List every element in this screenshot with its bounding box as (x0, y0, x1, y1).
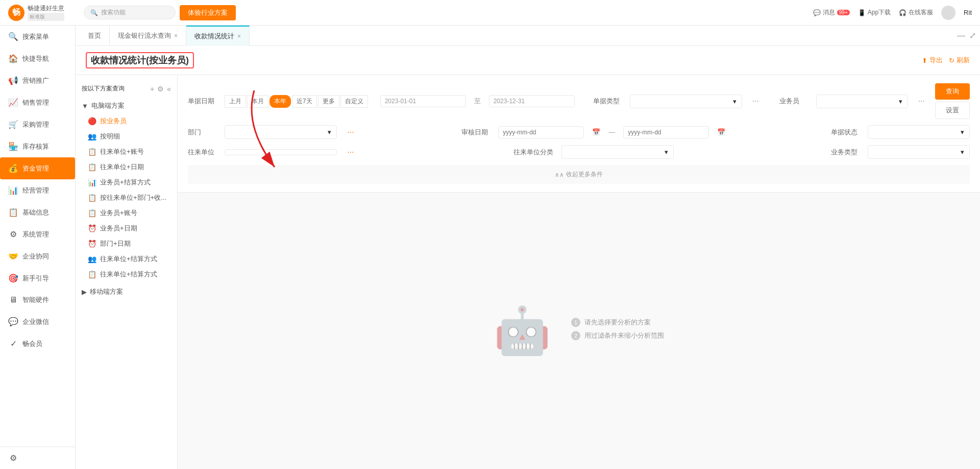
sidebar-item-wechat[interactable]: 💬 企业微信 (0, 311, 75, 333)
bill-status-label: 单据状态 (831, 128, 860, 137)
scheme-item-counterpart-settle1[interactable]: 👥 往来单位+结算方式 (76, 251, 177, 267)
scheme-item-salesman-date[interactable]: ⏰ 业务员+日期 (76, 221, 177, 236)
scheme-item-salesman-label: 按业务员 (100, 116, 127, 126)
messages-btn[interactable]: 💬 消息 99+ (813, 8, 850, 17)
chevron-right-icon: ▶ (82, 288, 87, 296)
sidebar-item-guide[interactable]: 🎯 新手引导 (0, 267, 75, 289)
marketing-icon: 📢 (8, 76, 18, 85)
bill-status-select[interactable]: ▾ (868, 125, 970, 139)
tab-home[interactable]: 首页 (80, 26, 110, 46)
date-tab-7days[interactable]: 近7天 (292, 95, 317, 108)
search-box[interactable]: 🔍 搜索功能 (84, 6, 176, 19)
scheme-group-mobile-header[interactable]: ▶ 移动端方案 (76, 284, 177, 299)
biz-type-select[interactable]: ▾ (868, 145, 970, 159)
scheme-item-detail[interactable]: 👥 按明细 (76, 129, 177, 144)
tab-bar: 首页 现金银行流水查询 × 收款情况统计 × — ⤢ (76, 26, 980, 46)
refresh-btn[interactable]: ↻ 刷新 (949, 56, 970, 65)
message-icon: 💬 (813, 9, 821, 16)
sidebar-item-inventory[interactable]: 🏪 库存核算 (0, 135, 75, 157)
date-from-input[interactable] (380, 95, 466, 107)
scheme-actions: + ⚙ « (150, 85, 171, 93)
salesman-more-btn[interactable]: ··· (916, 97, 927, 106)
biz-type-label: 业务类型 (831, 148, 860, 157)
type-more-btn[interactable]: ··· (750, 97, 761, 106)
avatar[interactable] (941, 6, 955, 20)
scheme-item-dept-date[interactable]: ⏰ 部门+日期 (76, 236, 177, 251)
tab-receipt-close[interactable]: × (237, 33, 241, 40)
tab-receipt[interactable]: 收款情况统计 × (186, 26, 250, 46)
tab-maximize-btn[interactable]: ⤢ (969, 31, 976, 40)
tab-minimize-btn[interactable]: — (957, 31, 965, 40)
filter-panel: 单据日期 上月 本月 本年 近7天 更多 自定义 至 (178, 75, 980, 193)
query-btn[interactable]: 查询 (935, 83, 970, 100)
sidebar-item-business[interactable]: 📊 经营管理 (0, 179, 75, 201)
scheme-header-label: 按以下方案查询 (82, 84, 125, 93)
hardware-icon: 🖥 (8, 295, 18, 304)
date-tab-more[interactable]: 更多 (318, 95, 339, 108)
filter-row-2: 部门 ▾ ··· 审核日期 📅 — 📅 (188, 125, 970, 139)
counterpart-cat-select[interactable]: ▾ (561, 145, 674, 159)
sidebar-item-system[interactable]: ⚙ 系统管理 (0, 223, 75, 245)
scheme-item-salesman-account[interactable]: 📋 业务员+账号 (76, 205, 177, 221)
counterpart-more-btn[interactable]: ··· (345, 148, 356, 157)
scheme-item-counterpart-dept[interactable]: 📋 按往来单位+部门+收... (76, 190, 177, 205)
scheme-item-counterpart-account[interactable]: 📋 往来单位+账号 (76, 144, 177, 159)
top-bar: 畅 畅捷通好生意 标准版 🔍 搜索功能 体验行业方案 💬 消息 99+ 📱 Ap… (0, 0, 980, 26)
scheme-item-counterpart-date[interactable]: 📋 往来单位+日期 (76, 159, 177, 175)
add-scheme-btn[interactable]: + (150, 85, 154, 93)
sidebar-item-basic[interactable]: 📋 基础信息 (0, 201, 75, 223)
sidebar-item-finance[interactable]: 💰 资金管理 (0, 157, 75, 179)
date-to-input[interactable] (489, 95, 575, 107)
purchase-icon: 🛒 (8, 120, 18, 129)
salesman-select[interactable]: ▾ (816, 95, 908, 108)
scheme-item-counterpart-settle2[interactable]: 📋 往来单位+结算方式 (76, 267, 177, 282)
logo-badge: 标准版 (28, 13, 64, 21)
scheme-settings-btn[interactable]: ⚙ (157, 85, 164, 93)
scheme-item-salesman[interactable]: 🔴 按业务员 (76, 113, 177, 129)
collapse-bar[interactable]: ∧∧ 收起更多条件 (188, 165, 970, 184)
date-tab-thismonth[interactable]: 本月 (247, 95, 268, 108)
content-area: 首页 现金银行流水查询 × 收款情况统计 × — ⤢ 收款情况统计(按业务员) … (76, 26, 980, 469)
counterpart-cat-label: 往来单位分类 (513, 148, 553, 157)
salesman-account-label: 业务员+账号 (100, 208, 137, 218)
scheme-collapse-btn[interactable]: « (167, 85, 171, 93)
sidebar-label-inventory: 库存核算 (22, 142, 49, 151)
sidebar-item-marketing[interactable]: 📢 营销推广 (0, 69, 75, 91)
sidebar-item-hardware[interactable]: 🖥 智能硬件 (0, 289, 75, 311)
dept-date-label: 部门+日期 (100, 239, 131, 248)
sidebar-item-settings[interactable]: ⚙ (0, 447, 75, 469)
tab-bank[interactable]: 现金银行流水查询 × (110, 26, 186, 46)
dept-more-btn[interactable]: ··· (345, 128, 356, 137)
counterpart-select[interactable] (225, 149, 337, 155)
sidebar-item-member[interactable]: ✓ 畅会员 (0, 333, 75, 355)
calendar-icon-2[interactable]: 📅 (717, 128, 725, 136)
audit-from-input[interactable] (498, 126, 584, 138)
type-select[interactable]: ▾ (630, 95, 742, 108)
main-right: 单据日期 上月 本月 本年 近7天 更多 自定义 至 (178, 75, 980, 469)
tab-bank-close[interactable]: × (174, 32, 178, 39)
scheme-item-salesman-settle[interactable]: 📊 业务员+结算方式 (76, 175, 177, 190)
app-download-btn[interactable]: 📱 App下载 (858, 8, 891, 17)
empty-step-2: 2 用过滤条件来缩小分析范围 (571, 331, 664, 340)
sidebar-item-search[interactable]: 🔍 搜索菜单 (0, 26, 75, 48)
trial-btn[interactable]: 体验行业方案 (180, 5, 236, 20)
online-service-btn[interactable]: 🎧 在线客服 (899, 8, 933, 17)
sidebar-item-enterprise[interactable]: 🤝 企业协同 (0, 245, 75, 267)
calendar-icon[interactable]: 📅 (592, 128, 600, 136)
sidebar-item-sales[interactable]: 📈 销售管理 (0, 91, 75, 113)
counterpart-dept-label: 按往来单位+部门+收... (100, 193, 166, 202)
sidebar-item-purchase[interactable]: 🛒 采购管理 (0, 113, 75, 135)
filter-btn-group: 查询 设置 (935, 83, 970, 119)
search-icon: 🔍 (8, 32, 18, 41)
scheme-group-pc-header[interactable]: ▼ 电脑端方案 (76, 98, 177, 113)
date-tab-thisyear[interactable]: 本年 (270, 95, 291, 108)
dept-select[interactable]: ▾ (225, 125, 337, 139)
audit-to-input[interactable] (623, 126, 709, 138)
date-tab-lastmonth[interactable]: 上月 (225, 95, 246, 108)
export-btn[interactable]: ⬆ 导出 (922, 56, 943, 65)
date-tab-custom[interactable]: 自定义 (340, 95, 368, 108)
sidebar-item-quicknav[interactable]: 🏠 快捷导航 (0, 48, 75, 69)
filter-settings-btn[interactable]: 设置 (935, 102, 970, 119)
page-title: 收款情况统计(按业务员) (86, 52, 194, 68)
sidebar-label-wechat: 企业微信 (22, 317, 49, 326)
